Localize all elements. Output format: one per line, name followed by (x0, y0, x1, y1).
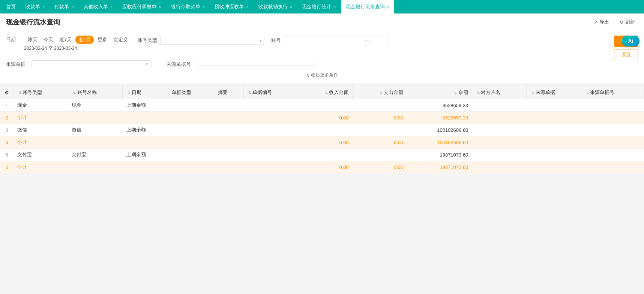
cell-expense: 0.00 (353, 161, 407, 173)
collapse-conditions-button[interactable]: ∧ 收起更多条件 (6, 70, 638, 81)
row-number: 5 (0, 149, 14, 161)
nav-tab-bank-deposit[interactable]: 银行存取款单 × (167, 0, 209, 13)
date-opt-today[interactable]: 今天 (41, 36, 56, 44)
date-opt-yesterday[interactable]: 昨天 (26, 36, 40, 44)
advance-offset-tab-label: 预收冲应收单 (215, 3, 244, 10)
export-icon: ↗ (594, 19, 598, 25)
date-range-display: 2023-02-24 至 2023-03-24 (24, 46, 77, 51)
refresh-button[interactable]: ↺ 刷新 (617, 17, 638, 27)
nav-tab-other-income[interactable]: 其他收入单 × (79, 0, 117, 13)
date-opt-more[interactable]: 更多 (95, 36, 110, 44)
column-gear[interactable]: ⚙ (0, 86, 14, 99)
nav-tab-collection-exec[interactable]: 收款核销执行 × (254, 0, 297, 13)
collapse-label: 收起更多条件 (311, 72, 338, 78)
nav-tab-home[interactable]: 首页 (2, 0, 20, 13)
filter-area: 日期 昨天 今天 近7天 近1月 更多 自定义 2023-02-24 至 202… (0, 31, 644, 84)
source-doc-dropdown[interactable]: ▾ (32, 60, 152, 68)
payment-tab-label: 付款单 (54, 3, 69, 10)
cell-doc-no (243, 136, 298, 149)
close-icon[interactable]: × (290, 4, 292, 9)
date-opt-1month[interactable]: 近1月 (75, 36, 94, 44)
account-type-label: 账号类型 (138, 37, 157, 44)
cell-account-type: 支付宝 (14, 149, 68, 161)
cell-doc-no (243, 112, 298, 124)
cell-account-name: 现金 (68, 99, 122, 112)
close-icon[interactable]: × (387, 4, 389, 9)
column-account-name[interactable]: ⇅ 账号名称 (68, 86, 122, 99)
date-opt-custom[interactable]: 自定义 (111, 36, 130, 44)
close-icon[interactable]: × (333, 4, 336, 9)
cell-doc-type (168, 149, 214, 161)
sort-icon: ⇅ (454, 91, 457, 95)
column-date[interactable]: ⇅ 日期 (123, 86, 168, 99)
nav-tab-advance-offset[interactable]: 预收冲应收单 × (210, 0, 253, 13)
close-icon[interactable]: × (110, 4, 113, 9)
sort-icon: ⇅ (248, 91, 251, 95)
cell-source-doc (527, 136, 581, 149)
header-actions: ↗ 导出 ↺ 刷新 (591, 17, 638, 27)
cell-source-doc (527, 149, 581, 161)
cell-account-type: 小计 (14, 136, 68, 149)
row-number: 6 (0, 161, 14, 173)
column-source-doc[interactable]: ⇅ 来源单据 (527, 86, 581, 99)
collection-exec-tab-label: 收款核销执行 (258, 3, 288, 10)
column-doc-no[interactable]: ⇅ 单据编号 (243, 86, 298, 99)
cell-account-type: 小计 (14, 112, 68, 124)
account-no-input[interactable]: ··· (284, 36, 389, 45)
cell-summary (214, 136, 243, 149)
close-icon[interactable]: × (203, 4, 205, 9)
close-icon[interactable]: × (246, 4, 248, 9)
refresh-icon: ↺ (620, 19, 624, 25)
cell-income (298, 124, 352, 136)
page-header: 现金银行流水查询 ↗ 导出 ↺ 刷新 (0, 13, 644, 31)
cell-doc-no (243, 99, 298, 112)
column-account-type[interactable]: ⇅ 账号类型 (14, 86, 68, 99)
chevron-down-icon: ▾ (260, 38, 262, 43)
table-row: 4小计0.000.00100102606.60 (0, 136, 644, 149)
cell-balance: 100102606.60 (407, 124, 472, 136)
cell-account-name (68, 136, 122, 149)
nav-tab-cash-bank-flow[interactable]: 现金银行流水查询 × (341, 0, 394, 13)
cell-source-doc (527, 99, 581, 112)
page-title: 现金银行流水查询 (6, 18, 60, 27)
ellipsis-icon[interactable]: ··· (362, 37, 370, 44)
nav-tab-cash-bank-stat[interactable]: 现金银行统计 × (297, 0, 340, 13)
cell-source-doc-no (581, 161, 644, 173)
cell-balance: -3528659.33 (407, 112, 472, 124)
cell-income: 0.00 (298, 161, 352, 173)
nav-tab-receipt[interactable]: 收款单 × (21, 0, 49, 13)
column-balance[interactable]: ⇅ 余额 (407, 86, 472, 99)
nav-tab-payment[interactable]: 付款单 × (50, 0, 78, 13)
nav-tab-receivable-adjust[interactable]: 应收应付调整单 × (118, 0, 165, 13)
row-number: 4 (0, 136, 14, 149)
column-income[interactable]: ⇅ 收入金额 (298, 86, 352, 99)
cell-date (123, 136, 168, 149)
export-button[interactable]: ↗ 导出 (591, 17, 612, 27)
source-doc-no-input[interactable] (197, 63, 317, 66)
cell-account-type: 小计 (14, 161, 68, 173)
home-tab-label: 首页 (6, 3, 16, 10)
cell-date: 上期余额 (123, 99, 168, 112)
close-icon[interactable]: × (42, 4, 45, 9)
account-no-label: 账号 (271, 37, 281, 44)
column-expense[interactable]: ⇅ 支出金额 (353, 86, 407, 99)
account-type-dropdown[interactable]: ▾ (160, 37, 265, 45)
close-icon[interactable]: × (159, 4, 161, 9)
sort-icon: ⇅ (586, 91, 589, 95)
ai-assistant-button[interactable]: Ai (622, 36, 639, 46)
sort-icon: ⇅ (325, 91, 328, 95)
receivable-adjust-tab-label: 应收应付调整单 (122, 3, 156, 10)
cell-doc-type (168, 136, 214, 149)
settings-button[interactable]: 设置 (614, 49, 638, 60)
close-icon[interactable]: × (71, 4, 74, 9)
row-number: 1 (0, 99, 14, 112)
cell-date: 上期余额 (123, 149, 168, 161)
column-counterparty[interactable]: ⇅ 对方户名 (472, 86, 526, 99)
bank-deposit-tab-label: 银行存取款单 (171, 3, 200, 10)
column-source-doc-no[interactable]: ⇅ 来源单据号 (581, 86, 644, 99)
date-opt-7days[interactable]: 近7天 (57, 36, 74, 44)
cell-summary (214, 99, 243, 112)
cell-expense (353, 99, 407, 112)
cell-account-name (68, 161, 122, 173)
column-doc-type: 单据类型 (168, 86, 214, 99)
